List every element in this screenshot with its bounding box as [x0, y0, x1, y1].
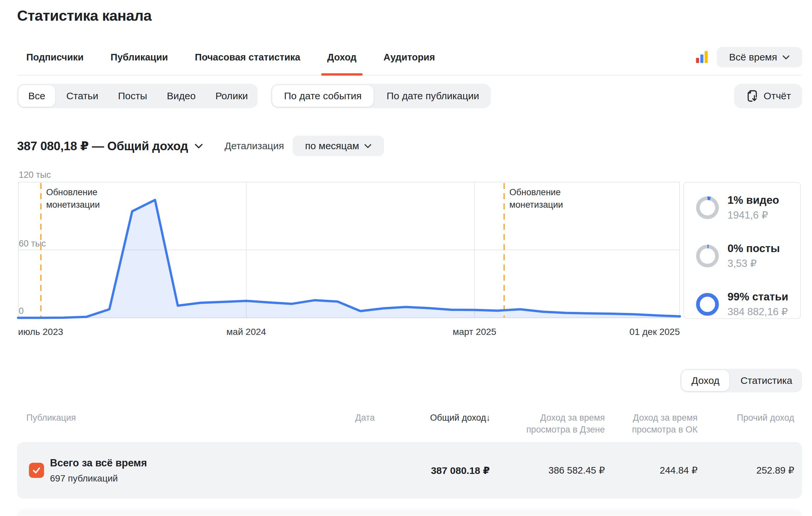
detail-select-value: по месяцам	[305, 140, 359, 152]
legend-label-articles: 99% статьи	[727, 291, 788, 303]
column-header-total-revenue[interactable]: Общий доход↓	[430, 412, 491, 424]
tab-bar-right: Всё время	[694, 47, 802, 67]
next-row-preview	[17, 509, 802, 516]
legend-amount-posts: 3,53 ₽	[727, 257, 780, 270]
donut-chart-video	[696, 196, 719, 219]
tab-publications[interactable]: Публикации	[111, 39, 168, 75]
tab-subscribers[interactable]: Подписчики	[26, 39, 84, 75]
revenue-breakdown-legend: 1% видео 1941,6 ₽ 0% посты 3,53 ₽ 99% ст…	[684, 182, 801, 319]
mini-bar-chart-icon	[694, 50, 709, 65]
tab-audience[interactable]: Аудитория	[384, 39, 435, 75]
table-row-total[interactable]: Всего за всё время 697 публикаций 387 08…	[17, 442, 802, 498]
toggle-revenue[interactable]: Доход	[682, 370, 729, 391]
x-axis-label-jul-2023: июль 2023	[18, 327, 63, 337]
legend-label-posts: 0% посты	[727, 242, 780, 255]
monetization-update-note-1: Обновление монетизации	[46, 186, 128, 211]
row-title: Всего за всё время	[50, 457, 147, 469]
legend-amount-video: 1941,6 ₽	[727, 209, 779, 221]
page-title: Статистика канала	[17, 7, 151, 24]
legend-amount-articles: 384 882,16 ₽	[727, 306, 788, 318]
y-axis-label-120k: 120 тыс	[19, 170, 51, 180]
cell-dzen-view-revenue: 386 582.45 ₽	[548, 465, 605, 476]
filter-by-event-date[interactable]: По дате события	[272, 85, 373, 107]
tab-hourly-stats[interactable]: Почасовая статистика	[195, 39, 300, 75]
row-checkbox[interactable]	[29, 463, 44, 478]
legend-item-video[interactable]: 1% видео 1941,6 ₽	[696, 194, 793, 221]
revenue-metric-label: 387 080,18 ₽ — Общий доход	[17, 139, 188, 153]
column-header-publication[interactable]: Публикация	[26, 412, 76, 424]
filter-articles[interactable]: Статьи	[57, 85, 108, 107]
legend-item-posts[interactable]: 0% посты 3,53 ₽	[696, 242, 793, 270]
legend-label-video: 1% видео	[727, 194, 779, 206]
cell-ok-view-revenue: 244.84 ₽	[660, 465, 698, 476]
table-view-toggle: Доход Статистика	[680, 369, 802, 392]
period-select-label: Всё время	[729, 52, 777, 63]
x-axis-label-dec-2025: 01 дек 2025	[630, 327, 680, 337]
detail-select-button[interactable]: по месяцам	[293, 136, 384, 156]
toggle-statistics[interactable]: Статистика	[730, 370, 802, 391]
chevron-down-icon	[782, 55, 790, 60]
column-header-other-revenue[interactable]: Прочий доход	[737, 412, 794, 424]
check-icon	[31, 465, 42, 476]
row-subtitle: 697 публикаций	[50, 473, 147, 484]
filters-row: Все Статьи Посты Видео Ролики По дате со…	[17, 84, 802, 108]
donut-chart-articles	[696, 293, 719, 316]
detail-label: Детализация	[225, 140, 284, 152]
tab-revenue[interactable]: Доход	[327, 39, 356, 75]
filter-posts[interactable]: Посты	[108, 85, 157, 107]
monetization-update-note-2: Обновление монетизации	[510, 186, 592, 211]
sort-desc-icon: ↓	[486, 413, 491, 423]
revenue-metric-dropdown[interactable]: 387 080,18 ₽ — Общий доход	[17, 139, 203, 153]
x-axis-label-may-2024: май 2024	[227, 327, 266, 337]
report-button[interactable]: Отчёт	[734, 84, 802, 108]
chevron-down-icon	[195, 144, 203, 149]
filter-all[interactable]: Все	[19, 85, 55, 107]
filter-shorts[interactable]: Ролики	[205, 85, 258, 107]
revenue-summary-row: 387 080,18 ₽ — Общий доход Детализация п…	[17, 135, 384, 156]
report-download-icon	[745, 89, 759, 103]
column-header-date[interactable]: Дата	[355, 412, 375, 424]
chevron-down-icon	[364, 144, 372, 148]
content-type-filter: Все Статьи Посты Видео Ролики	[17, 84, 258, 108]
cell-total-revenue: 387 080.18 ₽	[431, 465, 490, 476]
donut-chart-posts	[696, 245, 719, 268]
filter-by-publication-date[interactable]: По дате публикации	[375, 85, 491, 107]
column-header-dzen-view-revenue[interactable]: Доход за время просмотра в Дзене	[526, 412, 605, 435]
x-axis-label-mar-2025: март 2025	[453, 327, 496, 337]
report-button-label: Отчёт	[764, 90, 791, 101]
tabs: Подписчики Публикации Почасовая статисти…	[17, 39, 435, 75]
filter-videos[interactable]: Видео	[157, 85, 206, 107]
channel-statistics-page: Статистика канала Подписчики Публикации …	[0, 0, 812, 516]
date-mode-filter: По дате события По дате публикации	[271, 84, 491, 108]
period-select-button[interactable]: Всё время	[717, 47, 802, 67]
cell-other-revenue: 252.89 ₽	[756, 465, 794, 476]
legend-item-articles[interactable]: 99% статьи 384 882,16 ₽	[696, 291, 793, 318]
column-header-ok-view-revenue[interactable]: Доход за время просмотра в ОК	[632, 412, 698, 435]
tab-bar: Подписчики Публикации Почасовая статисти…	[17, 39, 802, 75]
